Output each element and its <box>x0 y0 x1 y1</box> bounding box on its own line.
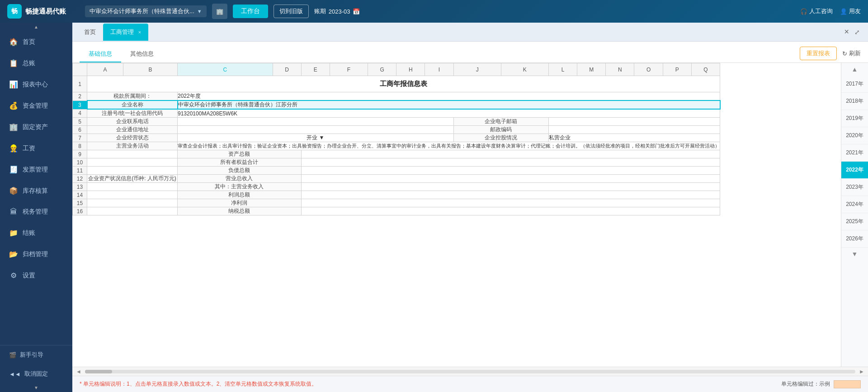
scroll-thumb[interactable] <box>85 370 112 373</box>
year-item-2020[interactable]: 2020年 <box>841 127 868 144</box>
sidebar-item-inventory[interactable]: 📦 库存核算 <box>0 180 72 201</box>
horizontal-scrollbar[interactable]: ◄ ► <box>72 367 868 376</box>
old-version-button[interactable]: 切到旧版 <box>274 5 309 18</box>
user-menu[interactable]: 👤 用友 <box>840 7 861 15</box>
company-selector[interactable]: 中审众环会计师事务所（特殊普通合伙... ▼ <box>85 5 207 17</box>
col-header-b[interactable]: B <box>123 63 178 76</box>
sidebar-scroll-up[interactable]: ▲ <box>0 23 72 31</box>
col-header-n[interactable]: N <box>606 63 634 76</box>
sidebar-scroll-down[interactable]: ▼ <box>0 383 72 392</box>
year-item-2019[interactable]: 2019年 <box>841 110 868 127</box>
cell-title[interactable]: 工商年报信息表 <box>87 76 720 92</box>
window-close-icon[interactable]: × <box>844 27 849 37</box>
customer-service-btn[interactable]: 🎧 人工咨询 <box>800 7 833 15</box>
sub-tab-basic[interactable]: 基础信息 <box>80 46 121 62</box>
sidebar-item-funds[interactable]: 💰 资金管理 <box>0 95 72 116</box>
col-header-k[interactable]: K <box>501 63 548 76</box>
col-header-e[interactable]: E <box>301 63 330 76</box>
cell-liab-group <box>87 167 178 175</box>
cell-email-label: 企业电子邮箱 <box>453 118 549 126</box>
sidebar-item-home[interactable]: 🏠 首页 <box>0 31 72 53</box>
row-num-4: 4 <box>73 109 87 118</box>
col-header-g[interactable]: G <box>368 63 396 76</box>
year-item-2026[interactable]: 2026年 <box>841 230 868 248</box>
tab-industry-management[interactable]: 工商管理 × <box>103 24 148 41</box>
cell-revenue-value[interactable] <box>301 175 720 183</box>
cell-regcode-value[interactable]: 91320100MA208E5W6K <box>178 109 720 118</box>
sidebar-item-guide[interactable]: 🎬 新手引导 <box>0 345 72 364</box>
scroll-right-arrow[interactable]: ► <box>857 368 866 375</box>
table-row: 7 企业经营状态 开业 ▼ 企业控股情况 私营企业 <box>73 134 720 142</box>
sidebar-item-assets[interactable]: 🏢 固定资产 <box>0 116 72 138</box>
cell-profit-group <box>87 191 178 199</box>
sidebar-item-unpin[interactable]: ◄◄ 取消固定 <box>0 364 72 383</box>
year-item-2017[interactable]: 2017年 <box>841 76 868 93</box>
col-header-o[interactable]: O <box>634 63 663 76</box>
reset-report-button[interactable]: 重置报表 <box>800 47 837 60</box>
col-header-i[interactable]: I <box>425 63 453 76</box>
status-note: * 单元格编辑说明：1、点击单元格直接录入数值或文本。2、清空单元格数值或文本恢… <box>80 380 317 388</box>
scroll-track[interactable] <box>85 370 855 373</box>
cell-finance-group-label: 企业资产状况信息(币种: 人民币万元) <box>87 175 178 183</box>
cell-total-assets-value[interactable] <box>301 150 720 158</box>
cell-main-rev-value[interactable] <box>301 183 720 191</box>
sidebar-item-reports[interactable]: 📊 报表中心 <box>0 74 72 95</box>
service-label: 人工咨询 <box>809 7 833 15</box>
cell-company-value[interactable]: 中审众环会计师事务所（特殊普通合伙）江苏分所 <box>178 100 720 109</box>
cell-main-rev-group <box>87 183 178 191</box>
sidebar-item-tax[interactable]: 🏛 税务管理 <box>0 201 72 222</box>
tab-close-icon[interactable]: × <box>138 29 141 35</box>
year-scroll-down[interactable]: ▼ <box>852 248 858 260</box>
cell-tax-group <box>87 207 178 215</box>
sidebar-item-invoice[interactable]: 🧾 发票管理 <box>0 159 72 180</box>
cell-period-value[interactable]: 2022年度 <box>178 92 720 101</box>
company-icon-btn[interactable]: 🏢 <box>212 4 227 19</box>
inventory-icon: 📦 <box>9 186 18 195</box>
col-header-j[interactable]: J <box>453 63 501 76</box>
year-scroll-up[interactable]: ▲ <box>852 63 858 76</box>
header-right: 🎧 人工咨询 👤 用友 <box>800 7 861 15</box>
cell-status-value[interactable]: 开业 ▼ <box>178 134 454 142</box>
cell-equity-value[interactable] <box>301 158 720 167</box>
year-item-2023[interactable]: 2023年 <box>841 179 868 196</box>
year-item-2022[interactable]: 2022年 <box>841 162 868 179</box>
col-header-p[interactable]: P <box>663 63 691 76</box>
sidebar-item-archive[interactable]: 📂 归档管理 <box>0 244 72 265</box>
year-item-2025[interactable]: 2025年 <box>841 213 868 230</box>
col-header-f[interactable]: F <box>330 63 368 76</box>
window-expand-icon[interactable]: ⤢ <box>854 29 860 36</box>
calendar-icon[interactable]: 📅 <box>353 8 360 15</box>
cell-revenue-label: 营业总收入 <box>178 175 302 183</box>
cell-net-profit-value[interactable] <box>301 199 720 207</box>
year-item-2018[interactable]: 2018年 <box>841 93 868 110</box>
col-header-d[interactable]: D <box>273 63 301 76</box>
col-header-c[interactable]: C <box>178 63 273 76</box>
col-header-l[interactable]: L <box>549 63 577 76</box>
building-icon: 🏢 <box>216 8 223 15</box>
cell-control-value[interactable]: 私营企业 <box>549 134 720 142</box>
spreadsheet-container[interactable]: A B C D E F G H I J K L <box>72 63 841 367</box>
cell-email-value[interactable] <box>549 118 720 126</box>
col-header-a[interactable]: A <box>87 63 123 76</box>
cell-address-value[interactable] <box>178 126 454 134</box>
cell-phone-value[interactable] <box>178 118 454 126</box>
refresh-button[interactable]: ↻ 刷新 <box>842 49 861 57</box>
sidebar-item-salary[interactable]: 👷 工资 <box>0 138 72 159</box>
workbench-button[interactable]: 工作台 <box>233 5 268 18</box>
cell-profit-value[interactable] <box>301 191 720 199</box>
cell-business-value[interactable]: 审查企业会计报表；出具审计报告；验证企业资本；出具验资报告；办理企业合开、分立、… <box>178 142 720 150</box>
sub-tab-other[interactable]: 其他信息 <box>121 46 163 62</box>
year-item-2024[interactable]: 2024年 <box>841 196 868 213</box>
col-header-q[interactable]: Q <box>691 63 720 76</box>
cell-liab-value[interactable] <box>301 167 720 175</box>
col-header-m[interactable]: M <box>577 63 606 76</box>
cell-zipcode-value[interactable] <box>549 126 720 134</box>
year-item-2021[interactable]: 2021年 <box>841 144 868 162</box>
col-header-h[interactable]: H <box>396 63 425 76</box>
tab-home[interactable]: 首页 <box>77 24 103 41</box>
scroll-left-arrow[interactable]: ◄ <box>74 368 83 375</box>
cell-tax-value[interactable] <box>301 207 720 215</box>
sidebar-item-ledger[interactable]: 📋 总账 <box>0 53 72 74</box>
sidebar-item-settings[interactable]: ⚙ 设置 <box>0 265 72 286</box>
sidebar-item-close[interactable]: 📁 结账 <box>0 222 72 244</box>
